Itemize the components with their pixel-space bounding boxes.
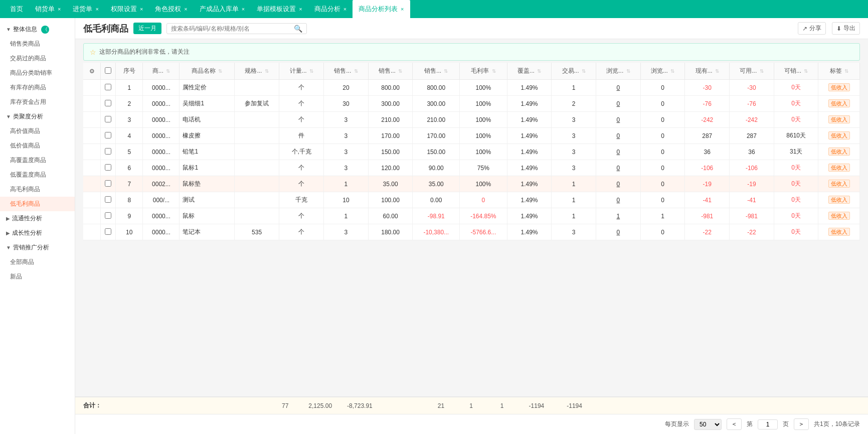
cell-views1[interactable]: 0 [596, 224, 641, 240]
cell-views1[interactable]: 0 [596, 144, 641, 160]
sidebar-group-cluster[interactable]: ▼ 类聚度分析 [0, 109, 75, 124]
views-link[interactable]: 0 [617, 132, 620, 139]
cell-checkbox[interactable] [101, 80, 116, 96]
nav-role-auth[interactable]: 角色授权 × [149, 0, 193, 18]
col-settings[interactable]: ⚙ [83, 63, 101, 80]
sidebar-item-stock-fund[interactable]: 库存资金占用 [0, 95, 75, 109]
cell-checkbox[interactable] [101, 208, 116, 224]
col-checkbox[interactable] [101, 63, 116, 80]
close-icon[interactable]: × [184, 0, 187, 18]
close-icon[interactable]: × [95, 0, 98, 18]
sidebar-item-traded-products[interactable]: 交易过的商品 [0, 51, 75, 66]
col-spec[interactable]: 规格... ⇅ [234, 63, 279, 80]
search-icon[interactable]: 🔍 [294, 25, 302, 33]
cell-views1[interactable]: 0 [596, 160, 641, 176]
col-gross-margin[interactable]: 毛利率 ⇅ [460, 63, 507, 80]
sidebar-item-new-products[interactable]: 新品 [0, 269, 75, 284]
col-salable-days[interactable]: 可销... ⇅ [774, 63, 818, 80]
row-checkbox[interactable] [105, 164, 111, 171]
sidebar-item-all-products[interactable]: 全部商品 [0, 255, 75, 269]
nav-product-warehouse[interactable]: 产成品入库单 × [194, 0, 251, 18]
row-checkbox[interactable] [105, 116, 111, 122]
sidebar-item-high-margin[interactable]: 高毛利商品 [0, 182, 75, 197]
nav-product-analysis[interactable]: 商品分析 × [308, 0, 353, 18]
row-checkbox[interactable] [105, 228, 111, 235]
views-link[interactable]: 0 [617, 181, 620, 188]
nav-purchase-order[interactable]: 进货单 × [67, 0, 104, 18]
next-page-button[interactable]: ＞ [794, 418, 809, 430]
nav-sales-order[interactable]: 销货单 × [29, 0, 67, 18]
close-icon[interactable]: × [299, 0, 302, 18]
cell-checkbox[interactable] [101, 112, 116, 128]
cell-checkbox[interactable] [101, 160, 116, 176]
close-icon[interactable]: × [343, 0, 346, 18]
col-available-stock[interactable]: 可用... ⇅ [730, 63, 774, 80]
cell-views1[interactable]: 0 [596, 112, 641, 128]
col-views1[interactable]: 浏览... ⇅ [596, 63, 641, 80]
views-link[interactable]: 0 [617, 229, 620, 236]
page-size-select[interactable]: 50 100 200 [694, 419, 722, 430]
select-all-checkbox[interactable] [105, 67, 111, 74]
col-coverage[interactable]: 覆盖... ⇅ [507, 63, 552, 80]
cell-checkbox[interactable] [101, 176, 116, 192]
cell-views1[interactable]: 0 [596, 176, 641, 192]
row-checkbox[interactable] [105, 212, 111, 219]
page-number-input[interactable] [758, 419, 778, 429]
row-checkbox[interactable] [105, 148, 111, 155]
col-trade-count[interactable]: 交易... ⇅ [552, 63, 596, 80]
nav-template-settings[interactable]: 单据模板设置 × [251, 0, 308, 18]
col-code[interactable]: 商... ⇅ [143, 63, 180, 80]
views-link[interactable]: 0 [617, 149, 620, 156]
col-name[interactable]: 商品名称 ⇅ [180, 63, 234, 80]
sidebar-item-category-rate[interactable]: 商品分类助销率 [0, 66, 75, 80]
views-link[interactable]: 0 [617, 165, 620, 172]
col-sales-profit[interactable]: 销售... ⇅ [413, 63, 460, 80]
collapse-button[interactable]: 《 [41, 26, 49, 34]
col-current-stock[interactable]: 现有... ⇅ [685, 63, 730, 80]
cell-views1[interactable]: 1 [596, 208, 641, 224]
sidebar-group-liquidity[interactable]: ▶ 流通性分析 [0, 211, 75, 226]
sidebar-item-high-coverage[interactable]: 高覆盖度商品 [0, 153, 75, 168]
nav-home[interactable]: 首页 [4, 0, 29, 18]
share-button[interactable]: ↗ 分享 [798, 22, 826, 35]
close-icon[interactable]: × [401, 0, 404, 18]
cell-checkbox[interactable] [101, 144, 116, 160]
cell-checkbox[interactable] [101, 224, 116, 240]
sidebar-item-high-value[interactable]: 高价值商品 [0, 124, 75, 138]
prev-page-button[interactable]: ＜ [727, 418, 742, 430]
row-checkbox[interactable] [105, 180, 111, 187]
close-icon[interactable]: × [242, 0, 245, 18]
col-sales-qty[interactable]: 销售... ⇅ [324, 63, 369, 80]
nav-product-analysis-list[interactable]: 商品分析列表 × [353, 0, 410, 18]
row-checkbox[interactable] [105, 100, 111, 106]
cell-views1[interactable]: 0 [596, 96, 641, 112]
sidebar-group-growth[interactable]: ▶ 成长性分析 [0, 226, 75, 240]
row-checkbox[interactable] [105, 84, 111, 90]
col-unit[interactable]: 计量... ⇅ [279, 63, 324, 80]
cell-views1[interactable]: 0 [596, 80, 641, 96]
close-icon[interactable]: × [140, 0, 143, 18]
row-checkbox[interactable] [105, 196, 111, 203]
cell-views1[interactable]: 0 [596, 128, 641, 144]
views-link[interactable]: 0 [617, 84, 620, 91]
sidebar-item-stocked-products[interactable]: 有库存的商品 [0, 80, 75, 95]
close-icon[interactable]: × [58, 0, 61, 18]
views-link[interactable]: 1 [617, 213, 620, 220]
sidebar-group-overall[interactable]: ▼ 整体信息 《 [0, 22, 75, 37]
export-button[interactable]: ⬇ 导出 [832, 22, 860, 35]
sidebar-item-low-margin[interactable]: 低毛利商品 [0, 197, 75, 211]
views-link[interactable]: 0 [617, 100, 620, 107]
cell-checkbox[interactable] [101, 192, 116, 208]
row-checkbox[interactable] [105, 132, 111, 138]
date-filter-button[interactable]: 近一月 [133, 23, 161, 34]
sidebar-item-low-coverage[interactable]: 低覆盖度商品 [0, 168, 75, 182]
cell-checkbox[interactable] [101, 96, 116, 112]
search-input[interactable] [171, 25, 294, 32]
views-link[interactable]: 0 [617, 197, 620, 204]
nav-permission-settings[interactable]: 权限设置 × [105, 0, 149, 18]
col-sales-amt[interactable]: 销售... ⇅ [368, 63, 413, 80]
sidebar-item-low-value[interactable]: 低价值商品 [0, 138, 75, 153]
cell-views1[interactable]: 0 [596, 192, 641, 208]
col-tag[interactable]: 标签 ⇅ [818, 63, 860, 80]
col-views2[interactable]: 浏览... ⇅ [640, 63, 685, 80]
